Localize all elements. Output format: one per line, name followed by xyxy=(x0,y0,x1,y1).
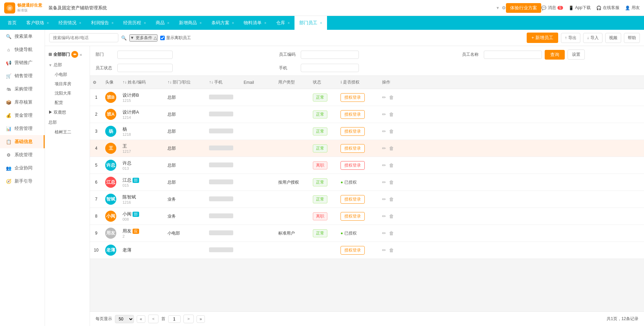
phone-filter-input[interactable] xyxy=(301,64,359,72)
empstatus-filter-select[interactable] xyxy=(117,64,173,72)
prev-page-btn[interactable]: ＜ xyxy=(148,315,158,323)
nav-item-利润报告[interactable]: 利润报告 × xyxy=(86,16,118,30)
per-page-select[interactable]: 50 20 100 xyxy=(115,315,134,323)
nav-item-新增商品[interactable]: 新增商品 × xyxy=(174,16,206,30)
nav-close-icon[interactable]: × xyxy=(166,21,169,25)
dept-sub-item-沈阳大库[interactable]: 沈阳大库 xyxy=(45,89,90,98)
sidebar-item-搜索菜单[interactable]: 🔍搜索菜单 xyxy=(0,30,45,43)
nav-item-经营情况[interactable]: 经营情况 × xyxy=(54,16,86,30)
search-button[interactable]: 🔍 xyxy=(121,35,127,41)
sidebar-item-库存核算[interactable]: 📦库存核算 xyxy=(0,96,45,109)
nav-item-仓库[interactable]: 仓库 × xyxy=(271,16,294,30)
online-service-btn[interactable]: 🎧 在线客服 xyxy=(596,5,619,11)
dept-sub-item-小电部[interactable]: 小电部 xyxy=(45,70,90,79)
dept-sub-item-植树王二[interactable]: 植树王二 xyxy=(45,127,90,137)
edit-icon[interactable]: ✏ xyxy=(382,213,386,219)
nav-close-icon[interactable]: × xyxy=(231,21,234,25)
dept-item-▶ 双鹿想[interactable]: ▶ 双鹿想 xyxy=(45,107,90,117)
sidebar-item-资金管理[interactable]: 💰资金管理 xyxy=(0,109,45,122)
show-resigned-label[interactable]: 显示离职员工 xyxy=(160,35,191,41)
reset-button[interactable]: 设置 xyxy=(568,50,585,60)
auth-button[interactable]: 授权登录 xyxy=(341,246,365,255)
nav-item-首页[interactable]: 首页 xyxy=(3,16,21,30)
sidebar-item-企业协同[interactable]: 👥企业协同 xyxy=(0,161,45,175)
delete-icon[interactable]: 🗑 xyxy=(389,95,394,100)
user-avatar-btn[interactable]: 👤 用友 xyxy=(625,5,640,11)
export-button[interactable]: ↑ 导出 xyxy=(561,33,580,43)
app-download-btn[interactable]: 📱 App下载 xyxy=(569,5,591,11)
settings-icon[interactable]: ⚙ xyxy=(502,5,506,10)
nav-close-icon[interactable]: × xyxy=(319,21,322,25)
import-button[interactable]: ↓ 导入 xyxy=(583,33,602,43)
nav-close-icon[interactable]: × xyxy=(287,21,290,25)
sidebar-item-营销推广[interactable]: 📢营销推广 xyxy=(0,56,45,69)
edit-icon[interactable]: ✏ xyxy=(382,247,386,253)
auth-button[interactable]: 授权登录 xyxy=(341,110,365,119)
sidebar-item-新手引导[interactable]: 🧭新手引导 xyxy=(0,175,45,188)
help-button[interactable]: 帮助 xyxy=(624,33,640,43)
delete-icon[interactable]: 🗑 xyxy=(389,179,394,185)
auth-button[interactable]: 授权登录 xyxy=(341,127,365,136)
query-button[interactable]: 查询 xyxy=(545,50,565,60)
delete-icon[interactable]: 🗑 xyxy=(389,146,394,151)
delete-icon[interactable]: 🗑 xyxy=(389,230,394,236)
dept-filter-select[interactable] xyxy=(117,51,173,59)
page-input[interactable] xyxy=(168,315,181,323)
search-input[interactable] xyxy=(49,33,118,42)
edit-icon[interactable]: ✏ xyxy=(382,129,386,134)
edit-icon[interactable]: ✏ xyxy=(382,112,386,117)
trial-button[interactable]: 体验行业方案 xyxy=(506,3,541,13)
show-resigned-checkbox[interactable] xyxy=(160,36,165,40)
delete-icon[interactable]: 🗑 xyxy=(389,162,394,168)
nav-item-条码方案[interactable]: 条码方案 × xyxy=(207,16,239,30)
nav-item-经营历程[interactable]: 经营历程 × xyxy=(118,16,151,30)
auth-button[interactable]: 授权登录 xyxy=(341,161,365,170)
dept-sub-item-配货[interactable]: 配货 xyxy=(45,98,90,107)
dept-item-总部[interactable]: 总部 xyxy=(45,117,90,127)
sidebar-item-采购管理[interactable]: 🛍采购管理 xyxy=(0,82,45,96)
dept-sub-item-项目库房[interactable]: 项目库房 xyxy=(45,79,90,89)
edit-icon[interactable]: ✏ xyxy=(382,146,386,151)
dept-collapse-btn[interactable]: « xyxy=(80,52,82,57)
edit-icon[interactable]: ✏ xyxy=(382,162,386,168)
sidebar-item-基础信息[interactable]: 📋基础信息 xyxy=(0,135,45,148)
message-btn[interactable]: 💬 消息 5 xyxy=(541,5,563,11)
more-filter-btn[interactable]: ▼ 更多条件 △ xyxy=(129,34,157,42)
system-dropdown-icon[interactable]: ▾ xyxy=(497,5,499,10)
empname-filter-input[interactable] xyxy=(484,51,542,59)
view-button[interactable]: 视频 xyxy=(605,33,621,43)
nav-close-icon[interactable]: × xyxy=(143,21,146,25)
nav-close-icon[interactable]: × xyxy=(46,21,49,25)
th-settings[interactable]: ⚙ xyxy=(90,76,102,89)
nav-close-icon[interactable]: × xyxy=(78,21,81,25)
dept-edit-icon[interactable]: ✏ xyxy=(71,51,78,58)
dept-item-总部[interactable]: ▼ 总部 xyxy=(45,60,90,70)
nav-close-icon[interactable]: × xyxy=(263,21,266,25)
nav-item-客户联络[interactable]: 客户联络 × xyxy=(21,16,54,30)
auth-button[interactable]: 授权登录 xyxy=(341,144,365,153)
edit-icon[interactable]: ✏ xyxy=(382,196,386,202)
nav-close-icon[interactable]: × xyxy=(110,21,114,25)
sidebar-item-销售管理[interactable]: 🛒销售管理 xyxy=(0,69,45,82)
auth-button[interactable]: 授权登录 xyxy=(341,195,365,204)
edit-icon[interactable]: ✏ xyxy=(382,95,386,100)
nav-item-物料清单[interactable]: 物料清单 × xyxy=(239,16,271,30)
first-page-btn[interactable]: « xyxy=(137,315,145,323)
last-page-btn[interactable]: » xyxy=(197,315,205,323)
sidebar-item-经营管理[interactable]: 📊经营管理 xyxy=(0,122,45,135)
edit-icon[interactable]: ✏ xyxy=(382,179,386,185)
delete-icon[interactable]: 🗑 xyxy=(389,213,394,219)
auth-button[interactable]: 授权登录 xyxy=(341,212,365,221)
nav-item-商品[interactable]: 商品 × xyxy=(151,16,174,30)
delete-icon[interactable]: 🗑 xyxy=(389,247,394,253)
nav-item-部门员工[interactable]: 部门员工 × xyxy=(294,16,327,30)
delete-icon[interactable]: 🗑 xyxy=(389,196,394,202)
add-employee-button[interactable]: + 新增员工 xyxy=(527,33,558,43)
next-page-btn[interactable]: ＞ xyxy=(183,315,194,323)
delete-icon[interactable]: 🗑 xyxy=(389,112,394,117)
empcode-filter-input[interactable] xyxy=(301,51,359,59)
auth-button[interactable]: 授权登录 xyxy=(341,93,365,102)
delete-icon[interactable]: 🗑 xyxy=(389,129,394,134)
sidebar-item-快捷导航[interactable]: ⌂快捷导航 xyxy=(0,43,45,56)
nav-close-icon[interactable]: × xyxy=(198,21,201,25)
